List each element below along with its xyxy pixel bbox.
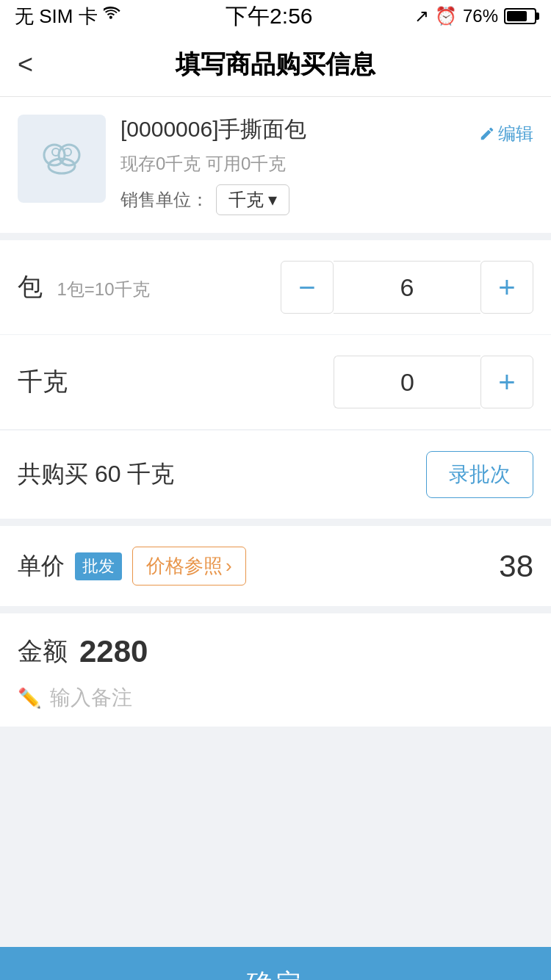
product-stock: 现存0千克 可用0千克	[120, 152, 533, 176]
pencil-icon: ✏️	[18, 687, 41, 710]
summary-row: 共购买 60 千克 录批次	[0, 430, 551, 526]
status-left: 无 SIM 卡	[15, 4, 124, 29]
nav-bar: < 填写商品购买信息	[0, 32, 551, 97]
price-value: 38	[499, 549, 533, 584]
price-label: 单价	[18, 550, 65, 583]
remark-placeholder: 输入备注	[50, 684, 132, 712]
battery-icon	[504, 8, 536, 24]
amount-row: 金额 2280	[18, 634, 533, 669]
price-section: 单价 批发 价格参照 › 38	[0, 526, 551, 613]
unit-label-bao: 包 1包=10千克	[18, 270, 281, 304]
batch-button[interactable]: 录批次	[426, 451, 533, 498]
quantity-row-bao: 包 1包=10千克 − +	[0, 240, 551, 335]
quantity-input-bao[interactable]	[334, 261, 480, 314]
unit-hint-bao: 1包=10千克	[57, 279, 149, 299]
quantity-row-kg: 千克 +	[0, 335, 551, 430]
increase-bao-button[interactable]: +	[480, 261, 533, 314]
edit-button[interactable]: 编辑	[479, 115, 533, 152]
unit-label-kg: 千克	[18, 365, 334, 399]
amount-value: 2280	[79, 634, 148, 669]
back-button[interactable]: <	[18, 49, 33, 80]
chevron-down-icon: ▾	[268, 190, 277, 210]
wifi-icon	[104, 5, 124, 28]
status-bar: 无 SIM 卡 下午2:56 ↗ ⏰ 76%	[0, 0, 551, 32]
status-right: ↗ ⏰ 76%	[414, 6, 536, 26]
carrier-text: 无 SIM 卡	[15, 4, 98, 29]
decrease-bao-button[interactable]: −	[281, 261, 334, 314]
product-unit: 销售单位： 千克 ▾	[120, 184, 533, 215]
remark-row[interactable]: ✏️ 输入备注	[18, 684, 533, 712]
content-spacer	[0, 727, 551, 947]
quantity-input-kg[interactable]	[334, 356, 480, 408]
price-ref-button[interactable]: 价格参照 ›	[132, 547, 246, 586]
chevron-right-icon: ›	[226, 555, 232, 577]
unit-dropdown[interactable]: 千克 ▾	[216, 184, 289, 215]
summary-text: 共购买 60 千克	[18, 458, 174, 491]
product-name: [0000006]手撕面包	[120, 115, 306, 145]
price-left: 单价 批发 价格参照 ›	[18, 547, 246, 586]
product-info: [0000006]手撕面包 编辑 现存0千克 可用0千克 销售单位： 千克 ▾	[120, 115, 533, 215]
quantity-controls-kg: +	[334, 356, 533, 408]
status-time: 下午2:56	[226, 1, 312, 32]
page-title: 填写商品购买信息	[176, 48, 375, 82]
quantity-section: 包 1包=10千克 − + 千克 +	[0, 240, 551, 430]
location-icon: ↗	[414, 6, 429, 26]
product-card: [0000006]手撕面包 编辑 现存0千克 可用0千克 销售单位： 千克 ▾	[0, 97, 551, 240]
alarm-icon: ⏰	[435, 6, 457, 26]
confirm-button[interactable]: 确定	[0, 947, 551, 980]
product-image	[18, 115, 106, 203]
amount-label: 金额	[18, 635, 68, 669]
quantity-controls-bao: − +	[281, 261, 533, 314]
amount-section: 金额 2280 ✏️ 输入备注	[0, 613, 551, 727]
battery-percent: 76%	[463, 6, 498, 26]
increase-kg-button[interactable]: +	[480, 356, 533, 408]
pifa-badge: 批发	[75, 552, 122, 580]
